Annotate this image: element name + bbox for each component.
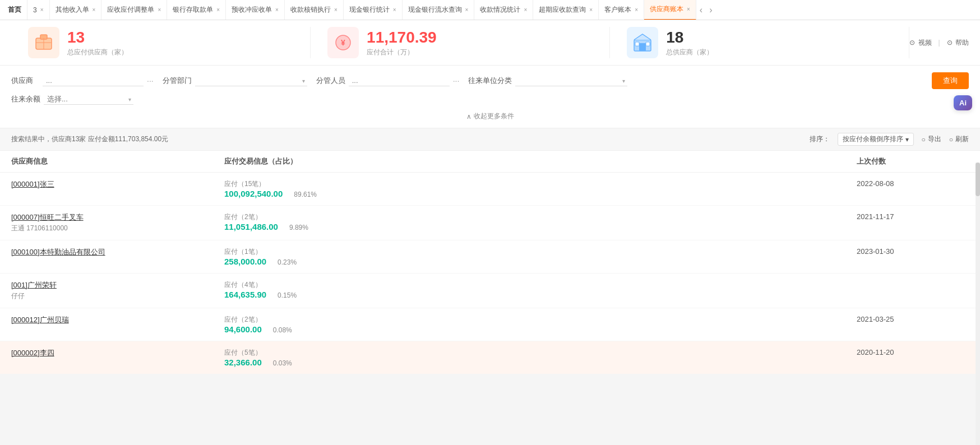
- trade-percent: 9.89%: [289, 224, 308, 231]
- sort-chevron-icon: ▾: [905, 136, 909, 143]
- supplier-more-icon[interactable]: ···: [147, 76, 154, 85]
- summary-card-payable-suppliers: 13 总应付供应商（家）: [11, 27, 311, 58]
- nav-tab-bank-deposit[interactable]: 银行存取款单 ×: [167, 0, 226, 20]
- payable-supplier-count: 13: [67, 28, 128, 47]
- close-icon[interactable]: ×: [524, 7, 527, 13]
- last-pay-date: 2021-03-25: [857, 315, 894, 323]
- nav-tab-customer-ledger[interactable]: 客户账本 ×: [599, 0, 644, 20]
- trade-amount[interactable]: 11,051,486.00: [224, 222, 278, 231]
- close-icon[interactable]: ×: [589, 7, 593, 13]
- trade-label: 应付（4笔）: [224, 280, 857, 290]
- nav-tab-cash-flow[interactable]: 现金银行流水查询 ×: [403, 0, 475, 20]
- supplier-link[interactable]: [000002]李四: [11, 348, 224, 358]
- trade-row: 164,635.90 0.15%: [224, 290, 857, 299]
- summary-card-payable-total: ¥ 11,170.39 应付合计（万）: [311, 27, 610, 58]
- collapse-button[interactable]: ∧ 收起更多条件: [466, 109, 514, 123]
- nav-tab-adjustment[interactable]: 应收应付调整单 ×: [101, 0, 167, 20]
- summary-actions: ⊙ 视频 | ⊙ 帮助: [909, 38, 969, 48]
- supplier-info: [000007]恒旺二手叉车 王通 17106110000: [11, 212, 224, 233]
- close-icon[interactable]: ×: [687, 6, 690, 12]
- balance-input[interactable]: [44, 94, 133, 105]
- summary-content-total: 11,170.39 应付合计（万）: [367, 28, 437, 58]
- dept-input[interactable]: [195, 75, 307, 86]
- supplier-filter-label: 供应商: [11, 76, 39, 86]
- supplier-sub: 仔仔: [11, 291, 224, 301]
- ai-assistant-button[interactable]: Ai: [954, 95, 972, 110]
- table-row: [000002]李四 应付（5笔） 32,366.00 0.03% 2020-1…: [0, 341, 980, 374]
- trade-amount[interactable]: 164,635.90: [224, 290, 266, 299]
- trade-row: 94,600.00 0.08%: [224, 325, 857, 334]
- refresh-button[interactable]: ○ 刷新: [949, 135, 969, 144]
- nav-next-arrow[interactable]: ›: [706, 0, 715, 20]
- nav-tab-advance-collect-label: 预收冲应收单: [232, 5, 272, 15]
- table-header: 供应商信息 应付交易信息（占比） 上次付数: [0, 151, 980, 173]
- trade-label: 应付（15笔）: [224, 179, 857, 189]
- top-navigation: 首页 3 × 其他收入单 × 应收应付调整单 × 银行存取款单 × 预收冲应收单…: [0, 0, 980, 20]
- supplier-link[interactable]: [000100]本特勤油品有限公司: [11, 247, 224, 257]
- trade-amount[interactable]: 258,000.00: [224, 257, 266, 266]
- nav-tab-supplier-ledger[interactable]: 供应商账本 ×: [644, 0, 696, 20]
- header-supplier: 供应商信息: [11, 156, 224, 166]
- person-filter-label: 分管人员: [316, 76, 345, 86]
- summary-card-total-suppliers: 18 总供应商（家）: [610, 27, 909, 58]
- close-icon[interactable]: ×: [40, 7, 44, 13]
- close-icon[interactable]: ×: [216, 7, 220, 13]
- nav-tab-overdue[interactable]: 超期应收款查询 ×: [533, 0, 599, 20]
- supplier-input[interactable]: [43, 75, 144, 86]
- nav-tab-bank-deposit-label: 银行存取款单: [173, 5, 213, 15]
- person-input[interactable]: [349, 75, 450, 86]
- trade-amount[interactable]: 32,366.00: [224, 358, 262, 367]
- close-icon[interactable]: ×: [334, 7, 338, 13]
- supplier-link[interactable]: [000012]广州贝瑞: [11, 315, 224, 325]
- video-circle-icon: ⊙: [909, 39, 915, 47]
- nav-prev-arrow[interactable]: ‹: [696, 0, 706, 20]
- close-icon[interactable]: ×: [158, 7, 161, 13]
- scrollbar-thumb[interactable]: [976, 163, 980, 196]
- nav-tab-collect-exec[interactable]: 收款核销执行 ×: [285, 0, 344, 20]
- supplier-table: 供应商信息 应付交易信息（占比） 上次付数 [000001]张三 应付（15笔）…: [0, 151, 980, 374]
- close-icon[interactable]: ×: [393, 7, 396, 13]
- result-bar: 搜索结果中，供应商13家 应付金额111,703,854.00元 排序： 按应付…: [0, 128, 980, 151]
- header-last-pay: 上次付数: [857, 156, 969, 166]
- video-link[interactable]: ⊙ 视频: [909, 38, 931, 48]
- balance-select-wrap: ▾: [44, 94, 133, 105]
- filter-row-2: 往来余额 ▾: [11, 94, 969, 105]
- last-pay-date: 2020-11-20: [857, 348, 894, 356]
- close-icon[interactable]: ×: [465, 7, 469, 13]
- nav-tab-cash-bank-stat[interactable]: 现金银行统计 ×: [344, 0, 403, 20]
- last-pay: 2022-08-08: [857, 179, 969, 188]
- trade-percent: 89.61%: [294, 191, 317, 198]
- trade-label: 应付（2笔）: [224, 315, 857, 325]
- payable-total-amount: 11,170.39: [367, 28, 437, 47]
- supplier-link[interactable]: [001]广州荣轩: [11, 280, 224, 290]
- close-icon[interactable]: ×: [93, 7, 96, 13]
- supplier-link[interactable]: [000007]恒旺二手叉车: [11, 212, 224, 222]
- nav-tab-3[interactable]: 3 ×: [27, 0, 50, 20]
- summary-content-all-suppliers: 18 总供应商（家）: [666, 28, 713, 58]
- export-button[interactable]: ○ 导出: [922, 135, 941, 144]
- trade-amount[interactable]: 100,092,540.00: [224, 189, 283, 198]
- supplier-icon: [28, 27, 59, 58]
- supplier-link[interactable]: [000001]张三: [11, 179, 224, 189]
- supplier-info: [000002]李四: [11, 348, 224, 358]
- nav-tab-other-income[interactable]: 其他收入单 ×: [50, 0, 102, 20]
- nav-tab-collect-stat[interactable]: 收款情况统计 ×: [474, 0, 533, 20]
- filter-person: 分管人员 ···: [316, 75, 460, 86]
- filter-balance: 往来余额 ▾: [11, 94, 133, 105]
- last-pay: 2020-11-20: [857, 348, 969, 356]
- nav-tab-advance-collect[interactable]: 预收冲应收单 ×: [226, 0, 285, 20]
- person-more-icon[interactable]: ···: [453, 76, 460, 85]
- filter-dept: 分管部门 ▾: [163, 75, 307, 86]
- category-input[interactable]: [515, 75, 627, 86]
- last-pay-date: 2022-08-08: [857, 179, 894, 188]
- nav-tab-home[interactable]: 首页: [2, 0, 27, 20]
- help-link[interactable]: ⊙ 帮助: [947, 38, 969, 48]
- nav-tab-collect-exec-label: 收款核销执行: [290, 5, 331, 15]
- close-icon[interactable]: ×: [635, 7, 638, 13]
- close-icon[interactable]: ×: [275, 7, 279, 13]
- trade-label: 应付（1笔）: [224, 247, 857, 257]
- query-button[interactable]: 查询: [932, 72, 969, 89]
- trade-amount[interactable]: 94,600.00: [224, 325, 262, 334]
- filter-row-1: 供应商 ··· 分管部门 ▾ 分管人员 ··· 往来单位分类 ▾ 查询: [11, 72, 969, 89]
- sort-select[interactable]: 按应付余额倒序排序 ▾: [838, 133, 914, 146]
